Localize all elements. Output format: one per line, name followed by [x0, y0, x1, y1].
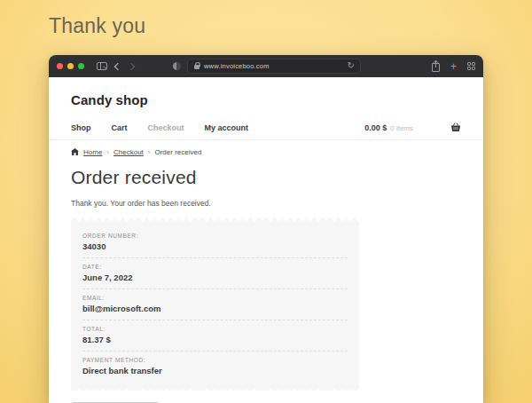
nav-item-shop[interactable]: Shop — [71, 123, 91, 132]
order-row-payment-method: PAYMENT METHOD: Direct bank transfer — [82, 352, 348, 382]
order-row-number: ORDER NUMBER: 34030 — [82, 227, 348, 258]
url-text: www.invoiceboo.com — [204, 62, 270, 70]
order-row-value: Direct bank transfer — [82, 366, 348, 375]
page-title: Thank you — [49, 14, 145, 38]
breadcrumb: Home › Checkout › Order received — [71, 148, 461, 156]
breadcrumb-separator: › — [148, 148, 151, 156]
share-button[interactable] — [432, 63, 440, 72]
order-details-box: ORDER NUMBER: 34030 DATE: June 7, 2022 E… — [71, 217, 359, 391]
shop-logo[interactable]: Candy shop — [71, 92, 461, 107]
main-nav: Shop Cart Checkout My account 0.00 $ 0 i… — [71, 122, 461, 132]
order-row-total: TOTAL: 81.37 $ — [82, 320, 348, 352]
cart-summary[interactable]: 0.00 $ 0 items — [364, 123, 413, 132]
lock-icon — [194, 65, 200, 69]
minimize-window-button[interactable] — [67, 63, 74, 69]
home-icon[interactable] — [71, 149, 79, 155]
order-row-label: PAYMENT METHOD: — [82, 357, 348, 363]
address-bar[interactable]: www.invoiceboo.com ↻ — [187, 59, 361, 74]
order-row-label: DATE: — [82, 264, 348, 270]
zoom-window-button[interactable] — [78, 63, 84, 69]
order-row-value: 34030 — [82, 241, 348, 251]
confirmation-message: Thank you. Your order has been received. — [71, 199, 461, 208]
browser-chrome: www.invoiceboo.com ↻ + — [49, 55, 483, 77]
order-row-label: TOTAL: — [82, 326, 348, 332]
page-heading: Order received — [71, 167, 461, 188]
breadcrumb-separator: › — [106, 148, 109, 156]
nav-item-my-account[interactable]: My account — [205, 123, 249, 132]
sidebar-toggle-button[interactable] — [97, 62, 107, 70]
reload-button[interactable]: ↻ — [348, 60, 355, 70]
breadcrumb-checkout[interactable]: Checkout — [113, 148, 144, 156]
order-row-date: DATE: June 7, 2022 — [82, 258, 348, 289]
basket-icon[interactable] — [450, 122, 461, 132]
browser-window: www.invoiceboo.com ↻ + Candy shop Shop C… — [49, 55, 483, 403]
traffic-lights — [57, 63, 84, 69]
new-tab-button[interactable]: + — [450, 62, 457, 71]
tab-overview-button[interactable] — [467, 62, 475, 70]
order-row-label: EMAIL: — [82, 295, 348, 301]
back-button[interactable] — [114, 62, 121, 69]
breadcrumb-home[interactable]: Home — [83, 148, 102, 156]
forward-button[interactable] — [128, 62, 135, 69]
nav-item-cart[interactable]: Cart — [112, 123, 128, 132]
order-row-label: ORDER NUMBER: — [82, 233, 348, 239]
cart-total: 0.00 $ — [364, 123, 387, 132]
cart-item-count: 0 items — [390, 124, 413, 132]
header-divider — [49, 139, 483, 140]
order-row-email: EMAIL: bill@microsoft.com — [82, 289, 348, 320]
order-row-value: bill@microsoft.com — [82, 304, 348, 313]
order-row-value: June 7, 2022 — [82, 273, 348, 282]
breadcrumb-current: Order received — [154, 148, 201, 156]
nav-item-checkout[interactable]: Checkout — [148, 123, 184, 132]
order-row-value: 81.37 $ — [82, 335, 348, 344]
close-window-button[interactable] — [57, 63, 63, 69]
privacy-shield-icon[interactable] — [173, 62, 181, 70]
